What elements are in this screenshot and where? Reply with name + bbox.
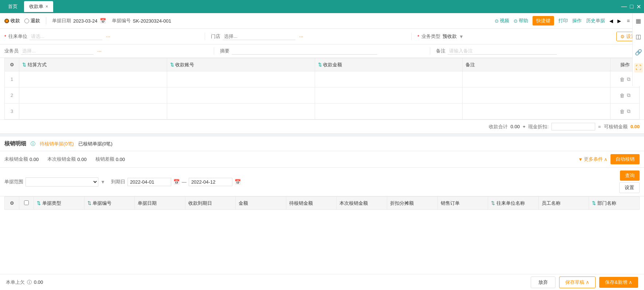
due-start-calendar-icon[interactable]: 📅	[173, 179, 180, 185]
row-settle-2[interactable]	[19, 87, 167, 103]
summary-field: 摘要	[220, 47, 424, 55]
row-account-1[interactable]	[167, 71, 315, 87]
staff-input[interactable]	[21, 47, 94, 55]
remark-input[interactable]	[448, 47, 557, 55]
due-date-end[interactable]	[189, 178, 232, 186]
radio-receipt-label: 收款	[11, 17, 20, 24]
save-new-btn[interactable]: 保存&新增 ∧	[599, 277, 638, 288]
close-icon[interactable]: ✕	[636, 3, 641, 10]
filter-icon: ▼	[578, 157, 583, 162]
pending-tab[interactable]: 待核销单据(0笔)	[40, 141, 74, 147]
query-btn[interactable]: 查询	[620, 171, 640, 181]
history-link[interactable]: 历史单据	[586, 17, 605, 24]
reconcile-info-icon[interactable]: ⓘ	[31, 141, 35, 147]
staff-label: 业务员	[4, 48, 19, 54]
date-value: 2023-03-24	[73, 18, 98, 24]
required-star-2: *	[417, 34, 419, 39]
sidebar-doc-icon[interactable]: ◫	[634, 32, 643, 42]
sidebar-table-icon[interactable]: ▦	[634, 16, 643, 26]
row-copy-btn-2[interactable]: ⧉	[627, 92, 631, 98]
business-type-dropdown-icon[interactable]: ▼	[459, 34, 464, 39]
sidebar-expand-icon[interactable]: ⛶	[634, 63, 643, 72]
minimize-icon[interactable]: —	[621, 3, 627, 10]
store-more-icon[interactable]: ···	[299, 34, 303, 39]
diff-label: 核销差额	[95, 156, 114, 162]
row-num-3: 3	[5, 103, 19, 119]
row-settle-1[interactable]	[19, 71, 167, 87]
row-remark-2[interactable]	[463, 87, 610, 103]
operation-link[interactable]: 操作	[572, 17, 582, 24]
receipt-total-value: 0.00	[511, 124, 520, 129]
field-sep-1	[205, 33, 205, 40]
help-link[interactable]: ⊙ 帮助	[514, 17, 528, 24]
discard-btn[interactable]: 放弃	[531, 277, 555, 288]
row-amount-2[interactable]	[315, 87, 463, 103]
row-delete-btn-2[interactable]: 🗑	[620, 93, 625, 98]
due-date-start[interactable]	[127, 178, 171, 186]
diff-stat: 核销差额 0.00	[95, 156, 125, 162]
auto-reconcile-btn[interactable]: 自动核销	[610, 154, 640, 164]
col-settings[interactable]: ⚙	[5, 58, 19, 71]
plus-sign: +	[523, 124, 526, 129]
layout-list-icon[interactable]: ≡	[625, 17, 631, 24]
row-remark-3[interactable]	[463, 103, 610, 119]
right-sidebar: ▦ ◫ 🔗 ⛶	[632, 13, 644, 86]
store-input[interactable]	[223, 33, 295, 40]
btcol-check[interactable]	[19, 197, 34, 210]
more-conditions-btn[interactable]: ▼ 更多条件 ∧	[578, 156, 608, 162]
range-chevron-icon[interactable]: ▼	[101, 179, 105, 185]
field-sep-3	[214, 47, 214, 55]
row-delete-btn-3[interactable]: 🗑	[620, 109, 625, 114]
range-filter-field: 单据范围 ▼	[4, 177, 105, 187]
row-account-3[interactable]	[167, 103, 315, 119]
form-row-1: * 往来单位 ··· 门店 ··· * 业务类型 预收款 ▼ ⚙ 设置	[0, 29, 644, 44]
filter-settings-btn[interactable]: 设置	[619, 182, 640, 193]
row-copy-btn-3[interactable]: ⧉	[627, 108, 631, 114]
row-copy-btn-1[interactable]: ⧉	[627, 76, 631, 82]
counterpart-field: * 往来单位 ···	[4, 33, 199, 40]
video-link[interactable]: ⊙ 视频	[495, 17, 509, 24]
select-all-checkbox[interactable]	[24, 200, 29, 205]
tab-home[interactable]: 首页	[3, 1, 23, 12]
btcol-pending: 待核销金额	[286, 197, 337, 210]
discount-input[interactable]	[551, 123, 595, 130]
nav-right-icon[interactable]: ▶	[617, 18, 621, 24]
row-delete-btn-1[interactable]: 🗑	[620, 77, 625, 82]
btcol-discount: 折扣分摊额	[387, 197, 438, 210]
row-account-2[interactable]	[167, 87, 315, 103]
row-amount-1[interactable]	[315, 71, 463, 87]
form-row-2: 业务员 ··· 摘要 备注	[0, 44, 644, 58]
this-order-label: 本单上欠	[6, 279, 25, 286]
reconcile-stats: 未核销金额 0.00 本次核销金额 0.00 核销差额 0.00 ▼ 更多条件 …	[0, 151, 644, 168]
tab-active-label: 收款单	[29, 3, 43, 10]
range-select[interactable]	[25, 177, 98, 187]
radio-refund[interactable]: 退款	[24, 17, 40, 24]
counterpart-input[interactable]	[30, 33, 102, 40]
settings-gear-icon: ⚙	[620, 34, 625, 39]
row-settle-3[interactable]	[19, 103, 167, 119]
nav-left-icon[interactable]: ◀	[609, 18, 613, 24]
btcol-settings[interactable]: ⚙	[5, 197, 19, 210]
summary-input[interactable]	[232, 47, 377, 55]
print-link[interactable]: 打印	[558, 17, 568, 24]
receipt-total-label: 收款合计	[489, 124, 508, 130]
receipt-table: ⚙ ⇅ 结算方式 ⇅ 收款账号 ⇅ 收款金额 备注 操作	[4, 58, 640, 119]
tab-close-icon[interactable]: ×	[46, 4, 48, 9]
btcol-staff: 员工名称	[538, 197, 589, 210]
staff-more-icon[interactable]: ···	[97, 48, 102, 54]
calendar-icon[interactable]: 📅	[100, 18, 106, 24]
shortcut-btn[interactable]: 快捷键	[533, 16, 554, 26]
done-tab[interactable]: 已核销单据(0笔)	[78, 141, 113, 147]
row-amount-3[interactable]	[315, 103, 463, 119]
row-remark-1[interactable]	[463, 71, 610, 87]
this-order-info-icon[interactable]: ⓘ	[27, 279, 32, 286]
tab-active[interactable]: 收款单 ×	[24, 1, 53, 12]
save-draft-btn[interactable]: 保存草稿 ∧	[559, 277, 596, 288]
available-value: 0.00	[631, 124, 640, 129]
radio-receipt[interactable]: 收款	[4, 17, 20, 24]
counterpart-more-icon[interactable]: ···	[106, 34, 110, 39]
maximize-icon[interactable]: □	[630, 3, 633, 10]
sidebar-link-icon[interactable]: 🔗	[633, 47, 644, 57]
due-date-filter-field: 到期日 📅 — 📅	[111, 178, 241, 186]
due-end-calendar-icon[interactable]: 📅	[235, 179, 241, 185]
